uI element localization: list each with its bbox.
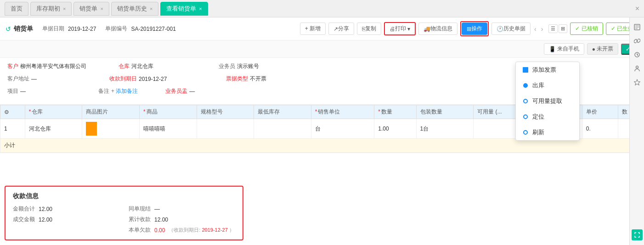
grid-icon: ⊞ bbox=[467, 26, 471, 32]
owe-label: 本单欠款 bbox=[129, 226, 151, 234]
available-icon bbox=[522, 98, 529, 104]
total-item: 金额合计 12.00 bbox=[13, 205, 119, 213]
tab-bar: 首页 库存期初 × 销货单 × 销货单历史 × 查看销货单 × × bbox=[0, 0, 644, 17]
tab-inventory[interactable]: 库存期初 × bbox=[30, 2, 72, 16]
sidebar-refresh-icon[interactable] bbox=[632, 50, 642, 60]
col-product: *商品 bbox=[139, 105, 197, 119]
payment-section: 收款信息 金额合计 12.00 同单现结 — 成交金额 12.00 累计收款 1… bbox=[5, 186, 243, 240]
prev-arrow[interactable]: ‹ bbox=[534, 25, 537, 33]
row-price: 0. bbox=[582, 119, 618, 139]
due-hint: （收款到期日: 2019-12-27 ） bbox=[169, 227, 234, 234]
view-toggle: ☰ ⊞ bbox=[548, 24, 567, 33]
sidebar-link-icon[interactable] bbox=[632, 36, 642, 46]
dropdown-add-invoice[interactable]: 添加发票 bbox=[516, 62, 579, 78]
print-icon: 🖨 bbox=[390, 26, 395, 32]
next-arrow[interactable]: › bbox=[541, 25, 543, 33]
sidebar-person-icon[interactable] bbox=[632, 63, 642, 74]
print-dropdown-arrow: ▾ bbox=[407, 26, 410, 32]
same-order-value: — bbox=[154, 206, 160, 212]
salesman-label: 业务员盂 bbox=[165, 87, 187, 95]
dropdown-locate[interactable]: 定位 bbox=[516, 109, 579, 125]
cancel-button[interactable]: ✓ 已核销 bbox=[570, 23, 603, 35]
tab-view-sales[interactable]: 查看销货单 × bbox=[160, 2, 208, 16]
dropdown-menu: 添加发票 出库 可用量提取 定位 刷新 bbox=[515, 62, 580, 141]
svg-marker-6 bbox=[634, 80, 640, 85]
col-pkg: 包装数量 bbox=[416, 105, 474, 119]
row-qty: 1.00 bbox=[374, 119, 416, 139]
sidebar-star-icon[interactable] bbox=[632, 77, 642, 87]
same-order-item: 同单现结 — bbox=[129, 205, 235, 213]
tab-sales-history[interactable]: 销货单历史 × bbox=[111, 2, 158, 16]
locate-icon bbox=[522, 114, 529, 120]
available-label: 可用量提取 bbox=[532, 97, 562, 105]
refresh-icon bbox=[522, 129, 529, 136]
owe-value: 0.00 bbox=[154, 227, 165, 234]
tab-close-sales[interactable]: × bbox=[100, 6, 103, 11]
payment-title: 收款信息 bbox=[13, 192, 235, 200]
tab-sales[interactable]: 销货单 × bbox=[73, 2, 109, 16]
invoice-icon: ● bbox=[592, 46, 595, 52]
due-label: 收款到期日 bbox=[109, 75, 137, 83]
outbound-label: 出库 bbox=[532, 81, 544, 90]
not-open-button[interactable]: ● 未开票 bbox=[587, 43, 618, 55]
sidebar-edit-icon[interactable] bbox=[632, 22, 642, 32]
same-order-label: 同单现结 bbox=[129, 205, 151, 213]
content-area: ↺ 销货单 单据日期 2019-12-27 单据编号 SA-20191227-0… bbox=[0, 17, 644, 245]
owe-item bbox=[13, 226, 119, 234]
close-window[interactable]: × bbox=[635, 5, 639, 13]
operate-highlight: ⊞ 操作 bbox=[460, 21, 489, 36]
warehouse-value: 河北仓库 bbox=[131, 63, 186, 70]
total-value: 12.00 bbox=[39, 206, 52, 212]
sidebar-expand-icon[interactable] bbox=[632, 229, 643, 240]
col-settings[interactable]: ⚙ bbox=[0, 105, 25, 119]
phone-button[interactable]: 📱 来自手机 bbox=[544, 43, 584, 55]
dropdown-available[interactable]: 可用量提取 bbox=[516, 93, 579, 109]
customer-label: 客户 bbox=[7, 63, 18, 70]
tab-close-view-sales[interactable]: × bbox=[199, 6, 202, 11]
tab-close-inventory[interactable]: × bbox=[63, 6, 66, 11]
history-button[interactable]: 🕐 历史单据 bbox=[491, 23, 531, 35]
locate-label: 定位 bbox=[532, 113, 544, 121]
col-img: 商品图片 bbox=[82, 105, 140, 119]
deal-label: 成交金额 bbox=[13, 216, 35, 223]
row-unit: 台 bbox=[311, 119, 374, 139]
number-value: SA-20191227-001 bbox=[131, 26, 175, 32]
ticket-value: 不开票 bbox=[250, 75, 305, 83]
col-unit: *销售单位 bbox=[311, 105, 374, 119]
tab-close-sales-history[interactable]: × bbox=[150, 6, 153, 11]
logistics-button[interactable]: 🚚 物流信息 bbox=[418, 23, 458, 35]
list-view-icon[interactable]: ☰ bbox=[548, 24, 558, 33]
print-button[interactable]: 🖨 打印 ▾ bbox=[384, 22, 416, 35]
address-label: 客户地址 bbox=[7, 75, 29, 83]
date-value: 2019-12-27 bbox=[68, 26, 96, 32]
phone-icon: 📱 bbox=[549, 46, 556, 52]
svg-point-5 bbox=[636, 66, 638, 68]
dropdown-refresh[interactable]: 刷新 bbox=[516, 125, 579, 140]
col-min-stock: 最低库存 bbox=[254, 105, 311, 119]
ticket-label: 票据类型 bbox=[226, 75, 248, 83]
share-icon: ↗ bbox=[333, 26, 338, 32]
add-invoice-icon bbox=[522, 67, 529, 73]
staff-value: 演示账号 bbox=[237, 63, 292, 70]
copy-icon: ⎘ bbox=[362, 26, 365, 32]
truck-icon: 🚚 bbox=[424, 26, 430, 32]
date-label: 单据日期 bbox=[42, 25, 64, 33]
copy-button[interactable]: ⎘ 复制 bbox=[357, 23, 381, 35]
note-add-button[interactable]: + 添加备注 bbox=[111, 87, 138, 95]
grid-view-icon[interactable]: ⊞ bbox=[559, 24, 567, 33]
salesman-value: — bbox=[189, 88, 244, 95]
share-button[interactable]: ↗ 分享 bbox=[328, 23, 354, 35]
operate-button[interactable]: ⊞ 操作 bbox=[462, 23, 487, 35]
due-value: 2019-12-27 bbox=[139, 76, 194, 82]
dropdown-outbound[interactable]: 出库 bbox=[516, 78, 579, 93]
outbound-icon bbox=[522, 82, 529, 89]
col-warehouse: *仓库 bbox=[25, 105, 82, 119]
tab-home[interactable]: 首页 bbox=[5, 2, 28, 16]
new-button[interactable]: + 新增 bbox=[300, 23, 326, 35]
right-sidebar bbox=[629, 17, 644, 245]
col-price: 单价 bbox=[582, 105, 618, 119]
cumulative-item: 累计收款 12.00 bbox=[129, 216, 235, 223]
row-product: 嘻嘻嘻嘻 bbox=[139, 119, 197, 139]
deal-item: 成交金额 12.00 bbox=[13, 216, 119, 223]
owe-detail-item: 本单欠款 0.00 （收款到期日: 2019-12-27 ） bbox=[129, 226, 235, 234]
